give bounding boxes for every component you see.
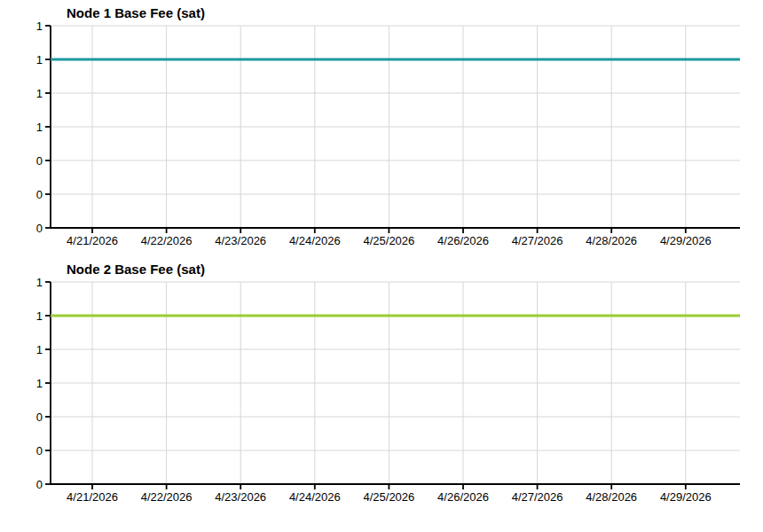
x-tick-label: 4/29/2026 (660, 234, 712, 247)
y-tick-label: 1 (36, 377, 43, 390)
x-tick-label: 4/22/2026 (141, 490, 193, 504)
x-tick-label: 4/25/2026 (363, 490, 414, 504)
y-tick-label: 0 (36, 188, 43, 201)
chart-title: Node 2 Base Fee (sat) (67, 262, 205, 277)
x-tick-label: 4/24/2026 (289, 490, 341, 504)
chart-canvas: 11110004/21/20264/22/20264/23/20264/24/2… (0, 256, 763, 512)
y-tick-label: 1 (36, 53, 43, 66)
y-tick-label: 1 (36, 87, 43, 100)
x-tick-label: 4/21/2026 (67, 234, 118, 247)
x-tick-label: 4/25/2026 (363, 234, 414, 247)
x-tick-label: 4/28/2026 (586, 490, 637, 504)
y-tick-label: 1 (36, 20, 43, 33)
y-tick-label: 1 (36, 121, 43, 134)
x-tick-label: 4/26/2026 (437, 490, 489, 504)
x-tick-label: 4/26/2026 (437, 234, 489, 247)
chart-title: Node 1 Base Fee (sat) (67, 5, 205, 20)
y-tick-label: 0 (36, 154, 43, 168)
chart-node-1-base-fee: 11110004/21/20264/22/20264/23/20264/24/2… (0, 0, 763, 256)
x-tick-label: 4/22/2026 (141, 234, 193, 247)
y-tick-label: 1 (36, 309, 43, 323)
x-tick-label: 4/28/2026 (586, 234, 637, 247)
x-tick-label: 4/23/2026 (215, 234, 266, 247)
y-tick-label: 1 (36, 343, 43, 356)
x-tick-label: 4/29/2026 (660, 490, 712, 504)
chart-node-2-base-fee: 11110004/21/20264/22/20264/23/20264/24/2… (0, 256, 763, 512)
chart-canvas: 11110004/21/20264/22/20264/23/20264/24/2… (0, 0, 763, 256)
y-tick-label: 0 (36, 444, 43, 458)
x-tick-label: 4/27/2026 (512, 490, 563, 504)
x-tick-label: 4/21/2026 (67, 490, 118, 504)
x-tick-label: 4/23/2026 (215, 490, 266, 504)
y-tick-label: 0 (36, 478, 43, 491)
y-tick-label: 0 (36, 222, 43, 235)
x-tick-label: 4/27/2026 (512, 234, 563, 247)
y-tick-label: 1 (36, 276, 43, 289)
x-tick-label: 4/24/2026 (289, 234, 341, 247)
y-tick-label: 0 (36, 411, 43, 424)
base-fee-charts-page: 11110004/21/20264/22/20264/23/20264/24/2… (0, 0, 763, 532)
